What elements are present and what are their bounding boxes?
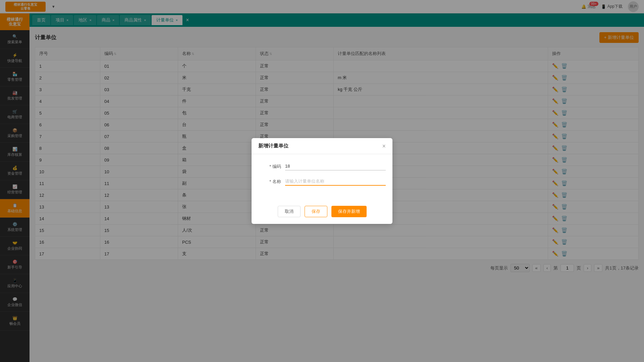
save-and-new-button[interactable]: 保存并新增 [331, 206, 367, 217]
form-row-code: * 编码 [258, 162, 386, 171]
cancel-button[interactable]: 取消 [278, 206, 301, 217]
modal-title: 新增计量单位 [258, 143, 288, 149]
form-row-name: * 名称 [258, 177, 386, 186]
code-input[interactable] [285, 162, 386, 171]
app-container: 橙林通行生意宝云零售 ▾ 🔔 消息 99+ 📱 App下载 用户 橙林通行 [0, 0, 644, 362]
modal-header: 新增计量单位 × [252, 138, 392, 154]
modal-body: * 编码 * 名称 [252, 154, 392, 200]
name-input[interactable] [285, 177, 386, 186]
code-label: * 编码 [258, 164, 285, 170]
add-unit-modal: 新增计量单位 × * 编码 * 名称 取消 保存 保存并新增 [252, 138, 392, 224]
name-label: * 名称 [258, 179, 285, 185]
save-button[interactable]: 保存 [305, 206, 327, 217]
modal-close-button[interactable]: × [382, 143, 386, 149]
modal-footer: 取消 保存 保存并新增 [252, 200, 392, 224]
modal-overlay: 新增计量单位 × * 编码 * 名称 取消 保存 保存并新增 [0, 0, 644, 362]
